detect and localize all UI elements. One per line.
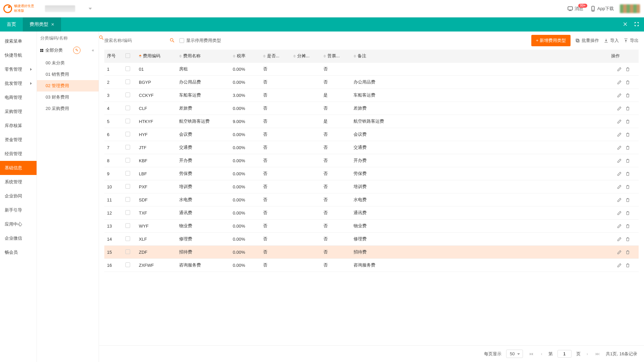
fullscreen-icon[interactable] [634, 21, 639, 28]
checkbox-icon[interactable] [125, 79, 130, 84]
page-prev-icon[interactable]: ‹ [539, 351, 543, 357]
edit-icon[interactable] [617, 197, 622, 202]
col-rate[interactable]: 税率 [230, 50, 260, 63]
cell-checkbox[interactable] [123, 167, 136, 180]
edit-icon[interactable] [617, 80, 622, 85]
col-checkbox[interactable] [123, 50, 136, 63]
cell-checkbox[interactable] [123, 102, 136, 115]
table-row[interactable]: 2BGYP办公用品费0.00%否否办公用品费 [104, 76, 639, 89]
nav-item-库存核算[interactable]: 库存核算 [0, 119, 37, 133]
close-icon[interactable]: ✕ [51, 22, 54, 27]
table-row[interactable]: 13WYF物业费0.00%否否物业费 [104, 220, 639, 233]
edit-icon[interactable] [617, 224, 622, 229]
table-row[interactable]: 11SDF水电费0.00%否否水电费 [104, 193, 639, 206]
category-item[interactable]: 02 管理费用 [37, 80, 99, 92]
edit-icon[interactable] [617, 119, 622, 124]
edit-icon[interactable] [617, 132, 622, 137]
table-row[interactable]: 16ZXFWF咨询服务费0.00%否否咨询服务费 [104, 259, 639, 272]
tab-首页[interactable]: 首页 [0, 17, 23, 32]
delete-icon[interactable] [625, 210, 630, 216]
messages-button[interactable]: 消息 99+ [564, 4, 587, 13]
checkbox-icon[interactable] [125, 132, 130, 136]
delete-icon[interactable] [625, 80, 630, 85]
user-avatar[interactable] [620, 4, 640, 13]
table-row[interactable]: 7JTF交通费0.00%否否交通费 [104, 141, 639, 154]
edit-icon[interactable] [617, 171, 622, 176]
export-button[interactable]: 导出 [624, 38, 639, 44]
cell-checkbox[interactable] [123, 246, 136, 259]
table-row[interactable]: 14XLF修理费0.00%否否修理费 [104, 233, 639, 246]
cell-checkbox[interactable] [123, 259, 136, 272]
category-item[interactable]: 20 采购费用 [37, 103, 99, 114]
delete-icon[interactable] [625, 119, 630, 124]
panel-collapse-icon[interactable]: « [91, 48, 95, 53]
col-pu[interactable]: 普票... [321, 50, 351, 63]
nav-item-畅会员[interactable]: 畅会员 [0, 245, 37, 259]
cell-checkbox[interactable] [123, 180, 136, 193]
nav-item-电商管理[interactable]: 电商管理 [0, 90, 37, 105]
show-disabled-checkbox[interactable]: 显示停用费用类型 [179, 38, 221, 44]
cell-checkbox[interactable] [123, 89, 136, 102]
delete-icon[interactable] [625, 263, 630, 268]
delete-icon[interactable] [625, 171, 630, 176]
table-row[interactable]: 8KBF开办费0.00%否否开办费 [104, 154, 639, 167]
nav-item-企业协同[interactable]: 企业协同 [0, 189, 37, 203]
table-row[interactable]: 10PXF培训费0.00%否否培训费 [104, 180, 639, 193]
page-number-input[interactable] [557, 350, 572, 358]
checkbox-icon[interactable] [125, 53, 130, 58]
batch-action-button[interactable]: 批量操作 [575, 38, 599, 44]
edit-icon[interactable] [617, 67, 622, 72]
table-row[interactable]: 101房租0.00%否否 [104, 63, 639, 76]
delete-icon[interactable] [625, 184, 630, 189]
table-row[interactable]: 6HYF会议费0.00%否否会议费 [104, 128, 639, 141]
table-row[interactable]: 5HTKYF航空铁路客运费9.00%否是航空铁路客运费 [104, 115, 639, 128]
tab-费用类型[interactable]: 费用类型✕ [23, 17, 61, 32]
checkbox-icon[interactable] [125, 210, 130, 215]
category-item[interactable]: 01 销售费用 [37, 69, 99, 80]
edit-icon[interactable] [617, 106, 622, 111]
table-row[interactable]: 9LBF劳保费0.00%否否劳保费 [104, 167, 639, 180]
delete-icon[interactable] [625, 250, 630, 255]
cell-checkbox[interactable] [123, 220, 136, 233]
delete-icon[interactable] [625, 158, 630, 163]
nav-item-资金管理[interactable]: 资金管理 [0, 133, 37, 147]
nav-item-采购管理[interactable]: 采购管理 [0, 105, 37, 119]
col-code[interactable]: 费用编码 [136, 50, 176, 63]
checkbox-icon[interactable] [125, 66, 130, 71]
checkbox-icon[interactable] [125, 184, 130, 189]
edit-icon[interactable] [617, 93, 622, 98]
edit-icon[interactable] [617, 145, 622, 150]
col-index[interactable]: 序号 [104, 50, 123, 63]
nav-item-系统管理[interactable]: 系统管理 [0, 175, 37, 189]
nav-item-基础信息[interactable]: 基础信息 [0, 161, 37, 175]
cell-checkbox[interactable] [123, 233, 136, 246]
nav-item-批发管理[interactable]: 批发管理 [0, 76, 37, 90]
checkbox-icon[interactable] [125, 145, 130, 149]
col-is[interactable]: 是否... [260, 50, 290, 63]
delete-icon[interactable] [625, 145, 630, 150]
edit-icon[interactable] [617, 250, 622, 255]
delete-icon[interactable] [625, 132, 630, 137]
delete-icon[interactable] [625, 106, 630, 111]
checkbox-icon[interactable] [125, 249, 130, 254]
category-edit-icon[interactable]: ✎ [73, 47, 80, 54]
cell-checkbox[interactable] [123, 206, 136, 220]
col-name[interactable]: 费用名称 [176, 50, 230, 63]
nav-item-应用中心[interactable]: 应用中心 [0, 217, 37, 231]
edit-icon[interactable] [617, 210, 622, 216]
col-remark[interactable]: 备注 [351, 50, 608, 63]
cell-checkbox[interactable] [123, 128, 136, 141]
org-selector[interactable] [45, 5, 92, 12]
checkbox-icon[interactable] [125, 262, 130, 267]
delete-icon[interactable] [625, 93, 630, 98]
category-all[interactable]: 全部分类 [40, 47, 63, 53]
cell-checkbox[interactable] [123, 154, 136, 167]
checkbox-icon[interactable] [125, 223, 130, 228]
checkbox-icon[interactable] [125, 93, 130, 97]
table-wrapper[interactable]: 序号 费用编码 费用名称 税率 是否... 分摊... 普票... 备注 操作 … [99, 50, 644, 345]
cell-checkbox[interactable] [123, 115, 136, 128]
edit-icon[interactable] [617, 237, 622, 242]
page-next-icon[interactable]: › [585, 351, 589, 357]
checkbox-icon[interactable] [125, 197, 130, 202]
nav-item-经营管理[interactable]: 经营管理 [0, 147, 37, 161]
